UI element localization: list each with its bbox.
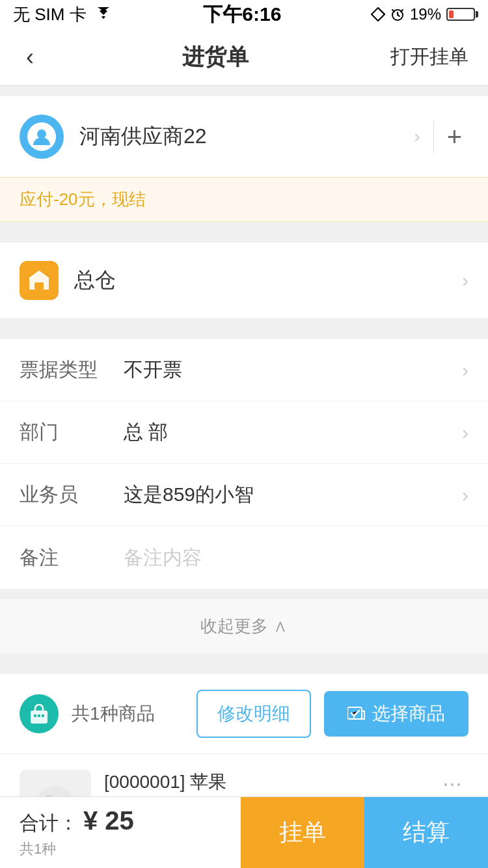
remark-row[interactable]: 备注 备注内容 xyxy=(0,526,488,589)
total-label: 合计： xyxy=(20,810,78,837)
department-chevron: › xyxy=(462,422,468,444)
warehouse-icon xyxy=(20,261,59,300)
back-button[interactable]: ‹ xyxy=(20,37,40,77)
main-content: 河南供应商22 › + 应付-20元，现结 总仓 › 票据类型 不开票 xyxy=(0,86,488,868)
warehouse-section: 总仓 › xyxy=(0,243,488,318)
open-hold-button[interactable]: 打开挂单 xyxy=(390,44,468,70)
collapse-bar[interactable]: 收起更多 ∧ xyxy=(0,599,488,653)
invoice-chevron: › xyxy=(462,359,468,381)
product-count-text: 共1种商品 xyxy=(72,701,183,726)
svg-rect-6 xyxy=(42,714,44,717)
supplier-name: 河南供应商22 xyxy=(79,122,407,151)
alarm-icon xyxy=(390,7,405,21)
salesman-chevron: › xyxy=(462,484,468,506)
select-product-button[interactable]: 选择商品 xyxy=(324,691,468,737)
battery-icon xyxy=(446,8,475,21)
invoice-value: 不开票 xyxy=(111,357,462,383)
wifi-icon xyxy=(93,7,114,21)
product-more-button[interactable]: ··· xyxy=(436,770,468,797)
product-name: [0000001] 苹果 xyxy=(104,770,423,794)
salesman-row[interactable]: 业务员 这是859的小智 › xyxy=(0,464,488,526)
battery-percent: 19% xyxy=(410,5,441,23)
select-product-label: 选择商品 xyxy=(372,701,445,726)
supplier-row[interactable]: 河南供应商22 › + xyxy=(0,96,488,177)
salesman-label: 业务员 xyxy=(20,481,111,508)
svg-rect-4 xyxy=(34,714,36,717)
svg-rect-2 xyxy=(34,282,44,290)
salesman-value: 这是859的小智 xyxy=(111,481,462,508)
status-bar-time: 下午6:16 xyxy=(203,1,281,28)
hold-button[interactable]: 挂单 xyxy=(241,797,364,868)
carrier-text: 无 SIM 卡 xyxy=(13,3,87,26)
invoice-row[interactable]: 票据类型 不开票 › xyxy=(0,339,488,401)
vertical-divider xyxy=(433,120,434,153)
form-section: 票据类型 不开票 › 部门 总 部 › 业务员 这是859的小智 › 备注 备注… xyxy=(0,339,488,589)
supplier-avatar xyxy=(20,115,64,159)
svg-rect-5 xyxy=(38,714,40,717)
warehouse-name: 总仓 xyxy=(74,266,462,295)
product-code: [0000001] xyxy=(104,772,185,792)
supplier-chevron: › xyxy=(407,126,426,147)
department-row[interactable]: 部门 总 部 › xyxy=(0,401,488,464)
warehouse-chevron: › xyxy=(462,269,468,292)
total-sub: 共1种 xyxy=(20,839,221,859)
select-product-icon xyxy=(347,706,366,722)
product-title: 苹果 xyxy=(190,772,226,792)
edit-detail-button[interactable]: 修改明细 xyxy=(197,690,311,738)
svg-point-1 xyxy=(37,129,46,139)
gap-2 xyxy=(0,222,488,232)
invoice-label: 票据类型 xyxy=(20,357,111,383)
total-amount-row: 合计： ¥ 25 xyxy=(20,806,221,837)
checkout-button[interactable]: 结算 xyxy=(364,797,488,868)
location-icon xyxy=(371,7,385,21)
product-header: 共1种商品 修改明细 选择商品 xyxy=(0,674,488,753)
product-count-icon xyxy=(20,694,59,733)
bottom-bar: 合计： ¥ 25 共1种 挂单 结算 xyxy=(0,796,488,868)
remark-label: 备注 xyxy=(20,545,111,571)
add-button[interactable]: + xyxy=(441,122,468,152)
status-bar: 无 SIM 卡 下午6:16 19% xyxy=(0,0,488,29)
warehouse-row[interactable]: 总仓 › xyxy=(0,243,488,318)
shopping-bag-icon xyxy=(28,703,50,725)
gap-4 xyxy=(0,653,488,664)
page-title: 进货单 xyxy=(182,42,249,72)
gap-3 xyxy=(0,318,488,329)
status-bar-left: 无 SIM 卡 xyxy=(13,3,114,26)
total-amount: ¥ 25 xyxy=(83,806,134,835)
department-label: 部门 xyxy=(20,419,111,446)
supplier-section: 河南供应商22 › + 应付-20元，现结 xyxy=(0,96,488,222)
nav-bar: ‹ 进货单 打开挂单 xyxy=(0,29,488,86)
warehouse-svg-icon xyxy=(28,269,50,292)
bottom-total: 合计： ¥ 25 共1种 xyxy=(0,797,241,868)
user-icon xyxy=(32,127,51,146)
department-value: 总 部 xyxy=(111,419,462,446)
remark-input[interactable]: 备注内容 xyxy=(111,545,468,571)
status-bar-right: 19% xyxy=(371,5,475,23)
notice-bar: 应付-20元，现结 xyxy=(0,177,488,222)
gap-1 xyxy=(0,86,488,96)
